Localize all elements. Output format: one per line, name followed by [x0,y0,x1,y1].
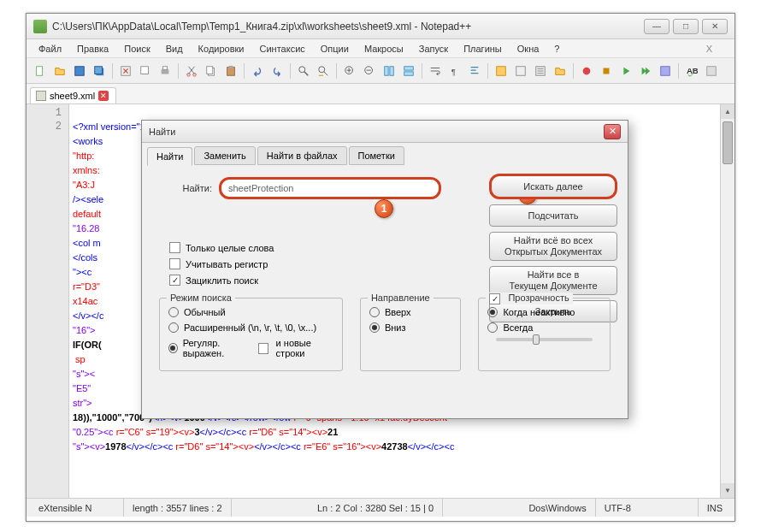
svg-rect-1 [75,66,85,75]
svg-rect-0 [37,66,43,75]
scroll-down-icon[interactable]: ▼ [721,483,734,498]
copy-icon[interactable] [203,62,220,80]
menu-view[interactable]: Вид [159,41,190,56]
svg-rect-8 [162,66,167,69]
svg-rect-22 [404,71,414,74]
open-file-icon[interactable] [51,62,68,80]
svg-rect-14 [228,65,233,68]
spellcheck-icon[interactable]: ABC [683,62,700,80]
func-list-icon[interactable] [532,62,549,80]
svg-rect-3 [95,66,103,74]
svg-point-16 [319,66,325,72]
menu-encoding[interactable]: Кодировки [192,41,251,56]
print-icon[interactable] [156,62,174,80]
show-all-chars-icon[interactable]: ¶ [446,62,463,80]
tab-mark[interactable]: Пометки [349,146,404,165]
close-all-icon[interactable] [137,62,154,80]
new-file-icon[interactable] [32,62,49,80]
find-label: Найти: [152,183,212,193]
find-all-current-button[interactable]: Найти все в Текущем Документе [489,266,617,295]
status-position: Ln : 2 Col : 3280 Sel : 15 | 0 [309,499,443,517]
maximize-button[interactable]: □ [673,19,699,34]
menu-run[interactable]: Запуск [412,41,455,56]
dialog-close-button[interactable]: ✕ [604,124,621,139]
count-button[interactable]: Подсчитать [489,204,617,227]
paste-icon[interactable] [222,62,239,80]
svg-rect-12 [207,66,213,74]
titlebar[interactable]: C:\Users\ПК\AppData\Local\Temp\Temp1_Кни… [27,14,734,39]
menu-close-doc[interactable]: X [706,44,712,54]
svg-point-27 [583,67,591,74]
mode-extended-radio[interactable]: Расширенный (\n, \r, \t, \0, \x...) [168,322,333,333]
save-macro-icon[interactable] [657,62,674,80]
menu-edit[interactable]: Правка [70,41,115,56]
menu-syntax[interactable]: Синтаксис [253,41,312,56]
replace-icon[interactable] [315,62,332,80]
save-icon[interactable] [71,62,88,80]
dir-up-radio[interactable]: Вверх [369,307,451,317]
tab-sheet9[interactable]: sheet9.xml ✕ [30,87,116,103]
minimize-button[interactable]: — [644,19,670,34]
checkbox-icon [169,258,180,269]
find-icon[interactable] [295,62,312,80]
tab-find-in-files[interactable]: Найти в файлах [257,146,347,165]
menu-macros[interactable]: Макросы [357,41,410,56]
line-gutter: 1 2 [27,104,69,498]
status-language: eXtensible N [30,499,124,517]
window-title: C:\Users\ПК\AppData\Local\Temp\Temp1_Кни… [52,21,644,33]
toolbar-extra-icon[interactable] [703,62,720,80]
transparency-slider[interactable] [487,338,601,341]
trans-inactive-radio[interactable]: Когда неактивно [487,307,601,317]
menu-help[interactable]: ? [547,41,566,56]
sync-v-icon[interactable] [380,62,398,80]
menu-options[interactable]: Опции [314,41,356,56]
sync-h-icon[interactable] [400,62,417,80]
wordwrap-icon[interactable] [427,62,444,80]
save-all-icon[interactable] [91,62,108,80]
folder-icon[interactable] [552,62,569,80]
svg-rect-13 [227,67,235,75]
user-lang-icon[interactable] [493,62,510,80]
zoom-out-icon[interactable] [361,62,378,80]
trans-always-radio[interactable]: Всегда [487,322,601,333]
redo-icon[interactable] [268,62,286,80]
play-macro-icon[interactable] [617,62,634,80]
close-file-icon[interactable] [117,62,134,80]
scroll-up-icon[interactable]: ▲ [721,104,734,119]
play-multi-icon[interactable] [637,62,654,80]
menu-search[interactable]: Поиск [117,41,156,56]
undo-icon[interactable] [249,62,266,80]
cut-icon[interactable] [183,62,200,80]
menu-window[interactable]: Окна [510,41,546,56]
svg-point-15 [299,66,305,72]
checkbox-icon [258,343,268,354]
menu-plugins[interactable]: Плагины [457,41,509,56]
mode-regex-radio[interactable]: Регуляр. выражен. и новые строки [168,338,333,358]
status-encoding: UTF-8 [596,499,699,517]
checkbox-icon [169,242,180,253]
doc-map-icon[interactable] [512,62,529,80]
find-next-button[interactable]: Искать далее [489,174,617,199]
indent-guide-icon[interactable] [466,62,483,80]
svg-rect-7 [162,69,169,74]
tab-close-icon[interactable]: ✕ [98,91,109,101]
dir-down-radio[interactable]: Вниз [369,322,451,333]
direction-group: Направление Вверх Вниз [360,298,461,371]
menu-file[interactable]: Файл [32,41,68,56]
dialog-titlebar[interactable]: Найти ✕ [142,121,628,143]
checkbox-icon [489,293,500,304]
find-all-open-button[interactable]: Найти всё во всех Открытых Документах [489,232,617,261]
close-button[interactable]: ✕ [702,19,728,34]
slider-thumb[interactable] [533,334,540,345]
scroll-thumb[interactable] [723,121,733,164]
tab-find[interactable]: Найти [147,147,192,166]
stop-macro-icon[interactable] [598,62,615,80]
svg-rect-24 [497,66,506,75]
tab-replace[interactable]: Заменить [194,146,255,165]
tab-label: sheet9.xml [50,91,95,101]
record-macro-icon[interactable] [578,62,595,80]
zoom-in-icon[interactable] [341,62,358,80]
find-input[interactable] [219,177,441,199]
vertical-scrollbar[interactable]: ▲ ▼ [720,104,734,498]
mode-normal-radio[interactable]: Обычный [168,307,333,317]
